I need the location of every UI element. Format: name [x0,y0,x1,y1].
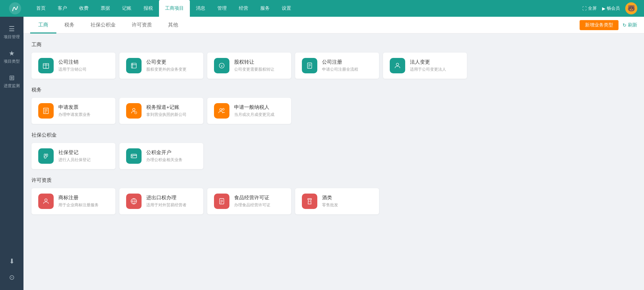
cards-grid: 申请发票办理申请发票业务+税务报道+记账拿到营业执照的新公司申请一般纳税人当月或… [32,98,636,124]
card-商标注册[interactable]: 商标注册用于企业商标注册服务 [32,188,115,214]
card-info: 股权转让公司变更需要股权转让 [234,59,274,72]
card-desc: 用于企业商标注册服务 [58,202,99,208]
card-icon [214,194,229,209]
card-股权转让[interactable]: ¥股权转让公司变更需要股权转让 [207,53,291,79]
tab-工商[interactable]: 工商 [30,17,56,33]
sidebar-label-project-type: 项目类型 [4,59,20,64]
sidebar-item-settings[interactable]: ⊙ [0,270,23,285]
sidebar-item-project-management[interactable]: ☰ 项目管理 [0,20,23,45]
card-name: 公司注销 [58,59,87,65]
card-公司注销[interactable]: 公司注销适用于注销公司 [32,53,115,79]
svg-rect-4 [131,63,137,68]
list-icon: ☰ [9,25,15,33]
card-desc: 公司变更需要股权转让 [234,67,274,72]
nav-item-收费[interactable]: 收费 [73,0,95,17]
section-工商: 工商公司注销适用于注销公司公司变更股权变更外的业务变更¥股权转让公司变更需要股权… [32,42,636,79]
card-税务报道+记账[interactable]: +税务报道+记账拿到营业执照的新公司 [119,98,203,124]
card-进出口权办理[interactable]: 进出口权办理适用于对外贸易经营者 [119,188,203,214]
tab-许可资质[interactable]: 许可资质 [124,17,160,33]
refresh-button[interactable]: ↻ 刷新 [623,22,637,28]
card-desc: 办理公积金相关业务 [146,157,182,163]
cards-grid: 公司注销适用于注销公司公司变更股权变更外的业务变更¥股权转让公司变更需要股权转让… [32,53,636,79]
card-name: 公积金开户 [146,149,182,156]
sidebar: ☰ 项目管理 ★ 项目类型 ⊞ 进度监测 ⬇ ⊙ [0,17,23,290]
card-desc: 零售批发 [322,202,338,208]
nav-item-报税[interactable]: 报税 [138,0,159,17]
card-icon: ¥ [214,58,229,73]
avatar[interactable]: 🐻 [625,2,637,14]
card-酒类[interactable]: 酒类零售批发 [295,188,379,214]
sidebar-item-project-type[interactable]: ★ 项目类型 [0,45,23,69]
fullscreen-label: 全屏 [588,5,597,11]
card-食品经营许可证[interactable]: 食品经营许可证办理食品经营许可证 [207,188,291,214]
card-desc: 办理食品经营许可证 [234,202,270,208]
card-name: 税务报道+记账 [146,104,186,111]
svg-rect-23 [131,154,137,158]
page-content: 工商公司注销适用于注销公司公司变更股权变更外的业务变更¥股权转让公司变更需要股权… [23,33,644,290]
add-business-type-button[interactable]: 新增业务类型 [580,20,619,30]
card-desc: 申请公司注册全流程 [322,67,358,72]
tab-其他[interactable]: 其他 [160,17,186,33]
tab-税务[interactable]: 税务 [56,17,83,33]
svg-point-22 [222,108,224,111]
nav-item-工商项目[interactable]: 工商项目 [159,0,190,17]
card-icon [38,148,54,164]
sidebar-item-progress-monitor[interactable]: ⊞ 进度监测 [0,69,23,93]
card-info: 社保登记进行人员社保登记 [58,149,91,163]
svg-point-21 [220,108,222,111]
nav-item-首页[interactable]: 首页 [30,0,52,17]
card-icon [38,58,54,73]
nav-item-设置[interactable]: 设置 [276,0,297,17]
nav-item-管理[interactable]: 管理 [211,0,233,17]
grid-icon: ⊞ [9,74,15,82]
logo [3,2,27,14]
card-name: 申请发票 [58,104,91,111]
sidebar-label-progress-monitor: 进度监测 [4,83,20,89]
nav-item-消息[interactable]: 消息 [190,0,211,17]
card-法人变更[interactable]: 法人变更适用于公司变更法人 [383,53,467,79]
section-title: 税务 [32,87,636,93]
card-info: 公司注销适用于注销公司 [58,59,87,72]
card-icon [302,58,317,73]
svg-rect-25 [132,156,133,157]
card-公司变更[interactable]: 公司变更股权变更外的业务变更 [119,53,203,79]
card-desc: 办理申请发票业务 [58,112,91,118]
fullscreen-button[interactable]: ⛶ 全屏 [582,5,597,11]
card-info: 申请发票办理申请发票业务 [58,104,91,118]
nav-item-服务[interactable]: 服务 [254,0,276,17]
card-申请一般纳税人[interactable]: 申请一般纳税人当月或次月成变更完成 [207,98,291,124]
section-title: 许可资质 [32,177,636,184]
card-icon [214,103,229,119]
card-icon [38,194,54,209]
card-name: 申请一般纳税人 [234,104,274,111]
card-icon [126,194,142,209]
sidebar-bottom: ⬇ ⊙ [0,254,23,290]
card-desc: 进行人员社保登记 [58,157,91,163]
content-area: 工商税务社保公积金许可资质其他 新增业务类型 ↻ 刷新 工商公司注销适用于注销公… [23,17,644,290]
nav-item-记账[interactable]: 记账 [116,0,138,17]
card-info: 公司注册申请公司注册全流程 [322,59,358,72]
nav-item-经营[interactable]: 经营 [233,0,254,17]
right-actions: ⛶ 全屏 ▶ 畅会员 🐻 [582,2,644,14]
svg-point-18 [132,108,135,111]
vip-icon: ▶ [602,6,605,11]
svg-rect-33 [308,199,312,200]
card-社保登记[interactable]: 社保登记进行人员社保登记 [32,143,115,169]
top-navigation: 首页客户收费票据记账报税工商项目消息管理经营服务设置 ⛶ 全屏 ▶ 畅会员 🐻 [0,0,644,17]
svg-text:¥: ¥ [220,64,223,68]
nav-item-客户[interactable]: 客户 [52,0,73,17]
card-公司注册[interactable]: 公司注册申请公司注册全流程 [295,53,379,79]
card-desc: 适用于注销公司 [58,67,87,72]
card-name: 法人变更 [410,59,446,65]
card-icon: + [126,103,142,119]
svg-rect-29 [220,199,224,204]
tab-社保公积金[interactable]: 社保公积金 [83,17,124,33]
vip-button[interactable]: ▶ 畅会员 [602,5,620,11]
card-info: 食品经营许可证办理食品经营许可证 [234,195,270,208]
nav-item-票据[interactable]: 票据 [95,0,116,17]
card-公积金开户[interactable]: 公积金开户办理公积金相关业务 [119,143,203,169]
card-name: 进出口权办理 [146,195,186,201]
tabs: 工商税务社保公积金许可资质其他 [30,17,186,33]
card-申请发票[interactable]: 申请发票办理申请发票业务 [32,98,115,124]
sidebar-item-download[interactable]: ⬇ [0,254,23,269]
